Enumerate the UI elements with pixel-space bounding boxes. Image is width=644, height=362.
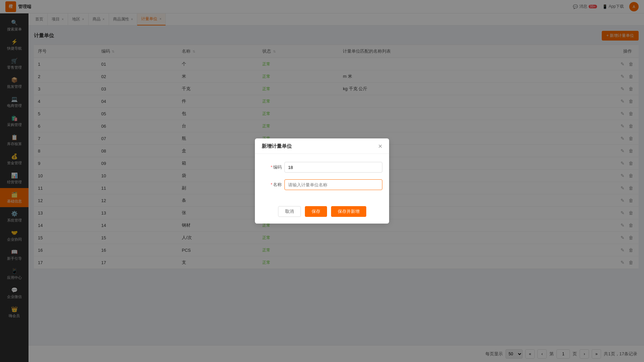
add-unit-modal: 新增计量单位 ✕ 编码 名称 取消 保存 保存并新增 [255,138,389,224]
code-input[interactable] [284,162,382,173]
modal-close-button[interactable]: ✕ [378,144,382,149]
name-input[interactable] [284,179,382,190]
modal-footer: 取消 保存 保存并新增 [255,202,389,224]
modal-header: 新增计量单位 ✕ [255,138,389,154]
cancel-button[interactable]: 取消 [278,206,301,217]
save-button[interactable]: 保存 [305,206,327,217]
form-row-code: 编码 [262,162,382,173]
save-new-button[interactable]: 保存并新增 [331,206,366,217]
code-label: 编码 [262,164,282,170]
modal-body: 编码 名称 [255,154,389,202]
form-row-name: 名称 [262,179,382,190]
modal-title: 新增计量单位 [262,143,292,149]
name-label: 名称 [262,182,282,188]
modal-overlay[interactable]: 新增计量单位 ✕ 编码 名称 取消 保存 保存并新增 [0,0,644,362]
